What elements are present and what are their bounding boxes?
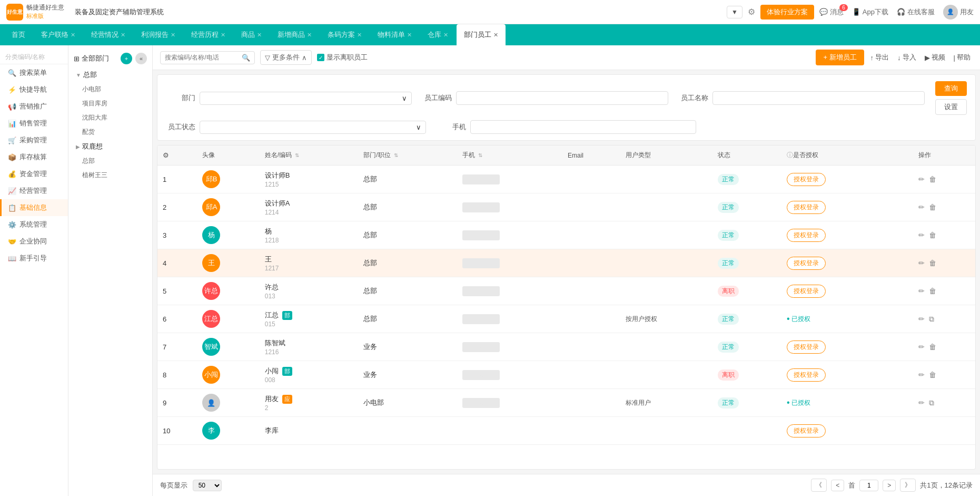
filter-query-btn[interactable]: 查询	[935, 81, 967, 96]
first-page-btn[interactable]: 《	[811, 479, 827, 492]
close-icon[interactable]: ✕	[443, 32, 448, 38]
edit-btn[interactable]: ✏	[918, 315, 925, 323]
dept-tree-item-zongbu-group[interactable]: ▼ 总部	[68, 67, 152, 82]
dept-tree-item-shuanglu[interactable]: ▶ 双鹿想	[68, 139, 152, 154]
col-dept[interactable]: 部门/职位 ⇅	[358, 145, 457, 166]
dept-tree-item-project[interactable]: 项目库房	[68, 96, 152, 111]
edit-btn[interactable]: ✏	[918, 231, 925, 239]
tab-warehouse[interactable]: 仓库 ✕	[420, 24, 456, 45]
sidebar-item-purchase[interactable]: 🛒采购管理	[0, 132, 68, 149]
system-dropdown-btn[interactable]: ▼	[727, 6, 743, 18]
edit-btn[interactable]: ✏	[918, 398, 925, 407]
close-icon[interactable]: ✕	[407, 32, 412, 38]
sidebar-item-shortcut[interactable]: ⚡快捷导航	[0, 81, 68, 98]
app-download-btn[interactable]: 📱 App下载	[852, 7, 888, 17]
last-page-btn[interactable]: 》	[900, 479, 916, 492]
auth-btn[interactable]: 授权登录	[787, 424, 826, 437]
user-menu-btn[interactable]: 👤 用友	[943, 5, 974, 20]
sidebar-item-sales[interactable]: 📊销售管理	[0, 115, 68, 132]
tab-history[interactable]: 经营历程 ✕	[184, 24, 233, 45]
delete-btn[interactable]: 🗑	[929, 371, 936, 379]
filter-code-input[interactable]	[456, 91, 668, 105]
delete-btn[interactable]: 🗑	[929, 175, 936, 183]
auth-btn[interactable]: 授权登录	[787, 285, 826, 298]
more-conditions-btn[interactable]: ▽ 更多条件 ∧	[260, 50, 312, 65]
tab-barcode[interactable]: 条码方案 ✕	[320, 24, 369, 45]
tab-customer[interactable]: 客户联络 ✕	[34, 24, 83, 45]
delete-btn[interactable]: 🗑	[929, 259, 936, 267]
sidebar-search-input[interactable]	[5, 53, 68, 61]
sidebar-item-guide[interactable]: 📖新手引导	[0, 250, 68, 267]
filter-status-select[interactable]: ∨	[200, 121, 426, 134]
sidebar-item-collab[interactable]: 🤝企业协同	[0, 233, 68, 250]
page-size-select[interactable]: 50 100	[193, 480, 222, 491]
sidebar-item-marketing[interactable]: 📢营销推广	[0, 98, 68, 115]
close-icon[interactable]: ✕	[121, 32, 125, 38]
sidebar-item-management[interactable]: 📈经营管理	[0, 182, 68, 199]
edit-btn[interactable]: ✏	[918, 343, 925, 351]
message-btn[interactable]: 💬 消息 6	[819, 7, 844, 17]
filter-set-btn[interactable]: 设置	[935, 99, 967, 115]
edit-btn[interactable]: ✏	[918, 175, 925, 183]
page-number-input[interactable]	[859, 480, 878, 491]
export-btn[interactable]: ↑ 导出	[868, 51, 892, 64]
tab-goods[interactable]: 商品 ✕	[234, 24, 269, 45]
col-settings[interactable]: ⚙	[157, 145, 197, 166]
tab-profit[interactable]: 利润报告 ✕	[134, 24, 183, 45]
tab-new-goods[interactable]: 新增商品 ✕	[270, 24, 319, 45]
sidebar-item-system[interactable]: ⚙️系统管理	[0, 216, 68, 233]
add-employee-btn[interactable]: + 新增员工	[816, 50, 864, 65]
delete-btn[interactable]: 🗑	[929, 343, 936, 351]
gear-icon[interactable]: ⚙	[748, 7, 755, 17]
tab-department[interactable]: 部门员工 ✕	[457, 24, 506, 45]
auth-btn[interactable]: 授权登录	[787, 173, 826, 186]
auth-btn[interactable]: 授权登录	[787, 257, 826, 270]
filter-name-input[interactable]	[712, 91, 925, 105]
sidebar-item-inventory[interactable]: 📦库存核算	[0, 149, 68, 166]
dept-add-btn[interactable]: +	[121, 53, 132, 64]
delete-btn[interactable]: 🗑	[929, 231, 936, 239]
trial-btn[interactable]: 体验行业方案	[760, 5, 814, 20]
close-icon[interactable]: ✕	[221, 32, 225, 38]
show-resigned-toggle[interactable]: ✓ 显示离职员工	[317, 53, 368, 62]
filter-dept-select[interactable]: ∨	[200, 92, 412, 105]
view-btn[interactable]: ▶ 视频	[923, 51, 947, 64]
sidebar-item-finance[interactable]: 💰资金管理	[0, 166, 68, 182]
edit-btn[interactable]: ✏	[918, 259, 925, 267]
dept-tree-item-xiaodian[interactable]: 小电部	[68, 82, 152, 96]
edit-btn[interactable]: ✏	[918, 371, 925, 379]
next-page-btn[interactable]: >	[883, 480, 896, 491]
prev-page-btn[interactable]: <	[831, 480, 844, 491]
close-icon[interactable]: ✕	[357, 32, 362, 38]
auth-btn[interactable]: 授权登录	[787, 229, 826, 242]
tab-home[interactable]: 首页	[4, 24, 33, 45]
tab-operation[interactable]: 经营情况 ✕	[84, 24, 133, 45]
edit-btn[interactable]: ✏	[918, 287, 925, 295]
edit-btn[interactable]: ✏	[918, 203, 925, 211]
dept-tree-item-peihuo[interactable]: 配货	[68, 125, 152, 139]
dept-collapse-btn[interactable]: «	[135, 53, 147, 64]
close-icon[interactable]: ✕	[71, 32, 75, 38]
tab-material[interactable]: 物料清单 ✕	[370, 24, 419, 45]
col-phone[interactable]: 手机 ⇅	[457, 145, 562, 166]
sidebar-item-search[interactable]: 🔍搜索菜单	[0, 64, 68, 81]
import-btn[interactable]: ↓ 导入	[895, 51, 918, 64]
dept-tree-item-zongbu2[interactable]: 总部	[68, 154, 152, 168]
auth-btn[interactable]: 授权登录	[787, 368, 826, 382]
filter-phone-input[interactable]	[470, 120, 697, 134]
close-icon[interactable]: ✕	[171, 32, 175, 38]
delete-btn[interactable]: 🗑	[929, 287, 936, 295]
col-name[interactable]: 姓名/编码 ⇅	[260, 145, 359, 166]
sidebar-item-basic[interactable]: 📋基础信息	[0, 199, 68, 216]
dept-tree-item-zhishu[interactable]: 植树王三	[68, 168, 152, 182]
copy-btn[interactable]: ⧉	[929, 315, 934, 324]
close-icon[interactable]: ✕	[307, 32, 312, 38]
search-icon[interactable]: 🔍	[242, 54, 250, 62]
delete-btn[interactable]: 🗑	[929, 203, 936, 211]
auth-btn[interactable]: 授权登录	[787, 201, 826, 214]
search-input[interactable]	[165, 54, 239, 61]
dept-tree-item-shenyang[interactable]: 沈阳大库	[68, 111, 152, 125]
help-btn[interactable]: | 帮助	[952, 51, 973, 64]
auth-btn[interactable]: 授权登录	[787, 341, 826, 354]
copy-btn[interactable]: ⧉	[929, 398, 934, 407]
